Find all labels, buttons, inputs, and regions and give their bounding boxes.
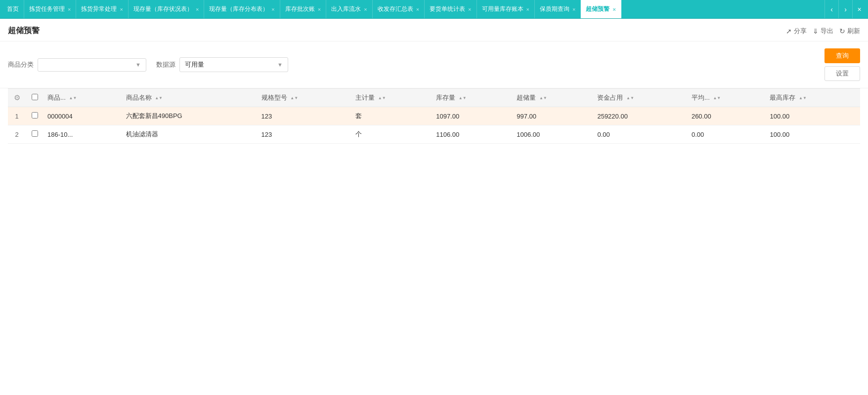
sort-icon-spec: ▲▼ <box>290 96 298 100</box>
gear-column-header: ⚙ <box>8 89 26 107</box>
nav-tab-stock-dist[interactable]: 现存量（库存分布表） × <box>204 0 280 19</box>
close-tab-abnormal[interactable]: × <box>120 6 123 12</box>
close-tab-stock-status[interactable]: × <box>196 6 199 12</box>
sort-icon-unit: ▲▼ <box>378 96 386 100</box>
sort-icon-max-stock: ▲▼ <box>799 96 807 100</box>
datasource-select[interactable]: 可用量 ▼ <box>179 57 288 72</box>
row-product-name-1: 机油滤清器 <box>122 125 258 144</box>
close-tab-flow[interactable]: × <box>364 6 367 12</box>
select-all-checkbox[interactable] <box>32 94 38 100</box>
filter-datasource: 数据源 可用量 ▼ <box>156 57 288 72</box>
data-table: ⚙ 商品... ▲▼ 商品名称 ▲▼ 规格型号 ▲▼ <box>8 88 860 144</box>
close-tab-expiry[interactable]: × <box>572 6 575 12</box>
close-tab-requisition[interactable]: × <box>468 6 471 12</box>
top-nav: 首页 拣货任务管理 × 拣货异常处理 × 现存量（库存状况表） × 现存量（库存… <box>0 0 868 19</box>
header-actions: ➚ 分享 ⇓ 导出 ↻ 刷新 <box>786 27 860 36</box>
th-product-code[interactable]: 商品... ▲▼ <box>43 89 122 107</box>
filter-category: 商品分类 ▼ <box>8 58 146 72</box>
th-max-stock[interactable]: 最高库存 ▲▼ <box>766 89 860 107</box>
th-overstock[interactable]: 超储量 ▲▼ <box>513 89 593 107</box>
datasource-label: 数据源 <box>156 60 175 69</box>
row-overstock-1: 1006.00 <box>513 125 593 144</box>
query-button[interactable]: 查询 <box>825 48 860 63</box>
nav-arrows: ‹ › × <box>825 0 866 19</box>
row-index-0: 1 <box>8 107 26 125</box>
close-tab-available[interactable]: × <box>526 6 529 12</box>
nav-close-button[interactable]: × <box>852 0 866 19</box>
row-index-1: 2 <box>8 125 26 144</box>
sort-icon-capital: ▲▼ <box>626 96 634 100</box>
nav-tab-stock-status[interactable]: 现存量（库存状况表） × <box>129 0 204 19</box>
th-stock[interactable]: 库存量 ▲▼ <box>432 89 513 107</box>
row-unit-1: 个 <box>351 125 432 144</box>
category-chevron-icon: ▼ <box>135 62 141 68</box>
sort-icon-overstock: ▲▼ <box>539 96 547 100</box>
nav-tab-batch[interactable]: 库存批次账 × <box>280 0 326 19</box>
nav-tab-home[interactable]: 首页 <box>2 0 24 19</box>
nav-prev-button[interactable]: ‹ <box>825 0 838 19</box>
close-tab-overstock[interactable]: × <box>612 6 615 12</box>
row-capital-1: 0.00 <box>593 125 687 144</box>
sort-icon-product-code: ▲▼ <box>69 96 77 100</box>
nav-tab-requisition[interactable]: 要货单统计表 × <box>425 0 477 19</box>
row-max-stock-1: 100.00 <box>766 125 860 144</box>
row-capital-0: 259220.00 <box>593 107 687 125</box>
table-row: 1 0000004 六配套新昌490BPG 123 套 1097.00 997.… <box>8 107 860 125</box>
export-icon: ⇓ <box>813 27 819 35</box>
filter-bar: 商品分类 ▼ 数据源 可用量 ▼ 查询 设置 <box>0 41 868 88</box>
page-header: 超储预警 ➚ 分享 ⇓ 导出 ↻ 刷新 <box>0 19 868 41</box>
sort-icon-product-name: ▲▼ <box>155 96 163 100</box>
table-container: ⚙ 商品... ▲▼ 商品名称 ▲▼ 规格型号 ▲▼ <box>0 88 868 144</box>
row-spec-1: 123 <box>258 125 351 144</box>
refresh-button[interactable]: ↻ 刷新 <box>839 27 860 36</box>
page-container: 超储预警 ➚ 分享 ⇓ 导出 ↻ 刷新 商品分类 ▼ 数据源 <box>0 19 868 395</box>
row-product-name-0: 六配套新昌490BPG <box>122 107 258 125</box>
sort-icon-avg: ▲▼ <box>713 96 721 100</box>
row-stock-0: 1097.00 <box>432 107 513 125</box>
row-avg-0: 260.00 <box>688 107 766 125</box>
nav-tab-expiry[interactable]: 保质期查询 × <box>535 0 581 19</box>
th-avg[interactable]: 平均... ▲▼ <box>688 89 766 107</box>
export-button[interactable]: ⇓ 导出 <box>813 27 833 36</box>
category-label: 商品分类 <box>8 60 34 69</box>
refresh-icon: ↻ <box>839 27 845 35</box>
row-stock-1: 1106.00 <box>432 125 513 144</box>
checkbox-column-header <box>26 89 43 107</box>
row-unit-0: 套 <box>351 107 432 125</box>
row-checkbox-cell-0 <box>26 107 43 125</box>
nav-tab-flow[interactable]: 出入库流水 × <box>326 0 372 19</box>
share-button[interactable]: ➚ 分享 <box>786 27 807 36</box>
row-max-stock-0: 100.00 <box>766 107 860 125</box>
filter-buttons: 查询 设置 <box>825 48 860 81</box>
th-unit[interactable]: 主计量 ▲▼ <box>351 89 432 107</box>
th-spec[interactable]: 规格型号 ▲▼ <box>258 89 351 107</box>
datasource-value: 可用量 <box>185 60 204 69</box>
row-product-code-1: 186-10... <box>43 125 122 144</box>
row-checkbox-0[interactable] <box>32 112 38 118</box>
close-tab-summary[interactable]: × <box>416 6 419 12</box>
row-spec-0: 123 <box>258 107 351 125</box>
nav-tab-available[interactable]: 可用量库存账本 × <box>477 0 535 19</box>
settings-button[interactable]: 设置 <box>825 66 860 81</box>
table-row: 2 186-10... 机油滤清器 123 个 1106.00 1006.00 … <box>8 125 860 144</box>
row-avg-1: 0.00 <box>688 125 766 144</box>
close-tab-batch[interactable]: × <box>318 6 321 12</box>
th-product-name[interactable]: 商品名称 ▲▼ <box>122 89 258 107</box>
close-tab-task[interactable]: × <box>68 6 71 12</box>
th-capital[interactable]: 资金占用 ▲▼ <box>593 89 687 107</box>
nav-tab-overstock[interactable]: 超储预警 × <box>581 0 621 19</box>
sort-icon-stock: ▲▼ <box>459 96 467 100</box>
category-select[interactable]: ▼ <box>38 58 146 72</box>
row-overstock-0: 997.00 <box>513 107 593 125</box>
nav-next-button[interactable]: › <box>838 0 852 19</box>
close-tab-stock-dist[interactable]: × <box>271 6 274 12</box>
table-header-row: ⚙ 商品... ▲▼ 商品名称 ▲▼ 规格型号 ▲▼ <box>8 89 860 107</box>
row-checkbox-cell-1 <box>26 125 43 144</box>
nav-tab-abnormal[interactable]: 拣货异常处理 × <box>76 0 128 19</box>
gear-icon[interactable]: ⚙ <box>14 93 20 102</box>
nav-tab-task[interactable]: 拣货任务管理 × <box>24 0 76 19</box>
nav-tab-summary[interactable]: 收发存汇总表 × <box>373 0 425 19</box>
row-product-code-0: 0000004 <box>43 107 122 125</box>
row-checkbox-1[interactable] <box>32 130 38 137</box>
page-title: 超储预警 <box>8 26 40 36</box>
